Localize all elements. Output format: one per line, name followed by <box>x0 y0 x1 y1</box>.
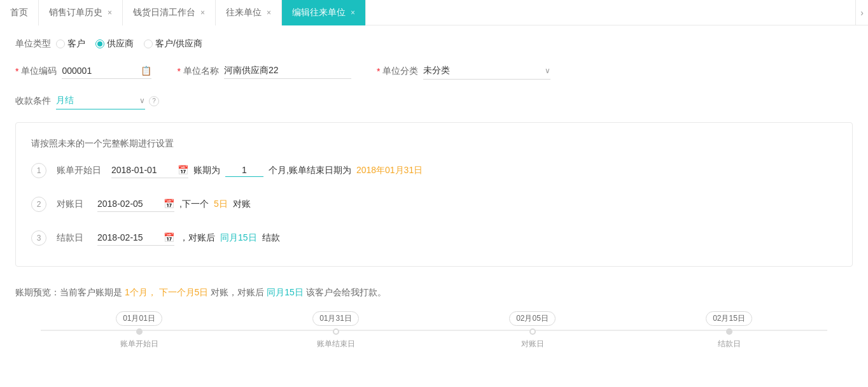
tab-sales-history[interactable]: 销售订单历史 × <box>39 0 123 25</box>
tab-cash-work[interactable]: 钱货日清工作台 × <box>123 0 216 25</box>
name-input[interactable] <box>224 63 351 79</box>
tab-edit-partner-label: 编辑往来单位 <box>292 7 346 18</box>
panel-title: 请按照未来的一个完整帐期进行设置 <box>31 138 837 150</box>
tab-sales-history-label: 销售订单历史 <box>49 7 102 18</box>
radio-customer[interactable]: 客户 <box>56 38 85 50</box>
code-name-category-row: * 单位编码 📋 * 单位名称 * 单位分类 未分类 ∨ <box>15 62 853 80</box>
calendar-icon-1[interactable]: 📅 <box>178 165 188 175</box>
category-arrow-icon: ∨ <box>545 66 550 75</box>
row-2-highlight: 5日 <box>214 199 228 210</box>
row-number-2: 2 <box>31 197 46 212</box>
row-2-suffix: 对账 <box>233 199 251 210</box>
timeline-dot-1 <box>136 328 143 335</box>
tabs-bar: 首页 销售订单历史 × 钱货日清工作台 × 往来单位 × 编辑往来单位 × › <box>0 0 868 25</box>
date-input-2-wrapper: 📅 <box>97 196 174 212</box>
main-content: 单位类型 客户 供应商 客户/供应商 * 单位编码 <box>0 25 868 387</box>
timeline: 01月01日 账单开始日 01月31日 账单结束日 02月05日 <box>41 311 827 349</box>
payment-item: 收款条件 月结 ∨ ? <box>15 92 159 109</box>
preview-section: 账期预览：当前客户账期是 1个月， 下一个月5日 对账，对账后 同月15日 该客… <box>15 277 853 349</box>
radio-customer-circle <box>56 39 65 48</box>
category-value: 未分类 <box>423 65 542 76</box>
period-input[interactable] <box>225 164 263 177</box>
name-required: * <box>177 66 180 76</box>
tab-edit-partner[interactable]: 编辑往来单位 × <box>282 0 366 25</box>
timeline-dot-3 <box>529 328 536 335</box>
setting-row-2: 2 对账日 📅 ,下一个 5日 对账 <box>31 196 837 212</box>
code-item: * 单位编码 📋 <box>15 63 151 79</box>
name-item: * 单位名称 <box>177 63 351 79</box>
radio-both-label: 客户/供应商 <box>155 38 202 50</box>
row-1-suffix-before: 账期为 <box>193 165 220 176</box>
code-label: 单位编码 <box>21 66 57 77</box>
unit-type-item: 单位类型 客户 供应商 客户/供应商 <box>15 38 202 50</box>
timeline-caption-1: 账单开始日 <box>120 339 158 349</box>
timeline-dot-4 <box>726 328 732 335</box>
row-content-3: 📅 ，对账后 同月15日 结款 <box>97 230 280 246</box>
tab-cash-work-close[interactable]: × <box>200 8 205 17</box>
tab-home-label: 首页 <box>10 7 28 18</box>
tab-cash-work-label: 钱货日清工作台 <box>133 7 195 18</box>
date-input-1[interactable] <box>111 162 175 178</box>
row-1-end-date: 2018年01月31日 <box>356 165 423 176</box>
name-label: 单位名称 <box>183 66 219 77</box>
unit-type-label: 单位类型 <box>15 38 51 50</box>
row-3-prefix: ，对账后 <box>179 232 215 244</box>
timeline-caption-3: 对账日 <box>521 339 544 349</box>
timeline-badge-4: 02月15日 <box>706 311 752 326</box>
code-required: * <box>15 66 18 76</box>
category-dropdown[interactable]: 未分类 ∨ <box>423 62 550 80</box>
row-label-3: 结款日 <box>57 232 87 244</box>
radio-both-circle <box>144 39 153 48</box>
timeline-node-2: 01月31日 账单结束日 <box>237 311 434 349</box>
calendar-icon-2[interactable]: 📅 <box>164 199 174 209</box>
date-input-1-wrapper: 📅 <box>111 162 188 178</box>
tab-partner-close[interactable]: × <box>267 8 271 17</box>
tab-edit-partner-close[interactable]: × <box>351 8 355 17</box>
row-2-prefix: ,下一个 <box>179 199 209 210</box>
date-input-3[interactable] <box>97 230 161 245</box>
timeline-caption-2: 账单结束日 <box>317 339 355 349</box>
timeline-caption-4: 结款日 <box>718 339 741 349</box>
row-content-1: 📅 账期为 个月,账单结束日期为 2018年01月31日 <box>111 162 423 178</box>
unit-type-row: 单位类型 客户 供应商 客户/供应商 <box>15 38 853 50</box>
row-number-3: 3 <box>31 230 46 246</box>
tab-partner[interactable]: 往来单位 × <box>216 0 282 25</box>
calendar-icon-3[interactable]: 📅 <box>164 232 174 243</box>
date-input-3-wrapper: 📅 <box>97 230 174 246</box>
timeline-badge-3: 02月05日 <box>509 311 556 326</box>
payment-select[interactable]: 月结 ∨ <box>56 92 145 109</box>
settings-panel: 请按照未来的一个完整帐期进行设置 1 账单开始日 📅 账期为 个月,账单结束日期… <box>15 122 853 267</box>
timeline-node-1: 01月01日 账单开始日 <box>41 311 237 349</box>
radio-customer-label: 客户 <box>67 38 85 50</box>
unit-type-radio-group: 客户 供应商 客户/供应商 <box>56 38 202 50</box>
radio-supplier[interactable]: 供应商 <box>95 38 134 50</box>
row-3-suffix: 结款 <box>262 232 280 244</box>
category-label: 单位分类 <box>382 66 418 77</box>
radio-both[interactable]: 客户/供应商 <box>144 38 202 50</box>
setting-row-3: 3 结款日 📅 ，对账后 同月15日 结款 <box>31 230 837 246</box>
preview-item2: 下一个月5日 <box>159 287 209 297</box>
timeline-wrapper: 01月01日 账单开始日 01月31日 账单结束日 02月05日 <box>15 311 853 349</box>
category-item: * 单位分类 未分类 ∨ <box>377 62 550 80</box>
row-label-1: 账单开始日 <box>57 165 101 176</box>
code-icon[interactable]: 📋 <box>141 66 151 76</box>
date-input-2[interactable] <box>97 196 161 211</box>
code-input-wrapper: 📋 <box>62 63 151 79</box>
payment-help-icon[interactable]: ? <box>149 96 159 106</box>
payment-row: 收款条件 月结 ∨ ? <box>15 92 853 109</box>
radio-supplier-circle <box>95 39 104 48</box>
row-1-suffix-after: 个月,账单结束日期为 <box>269 165 351 176</box>
tabs-expand-button[interactable]: › <box>855 0 868 25</box>
preview-middle: 对账，对账后 <box>211 287 264 297</box>
payment-value: 月结 <box>56 95 137 106</box>
timeline-badge-2: 01月31日 <box>312 311 359 326</box>
tab-sales-history-close[interactable]: × <box>108 8 112 17</box>
timeline-node-3: 02月05日 对账日 <box>434 311 631 349</box>
payment-arrow-icon: ∨ <box>139 96 145 105</box>
tab-home[interactable]: 首页 <box>0 0 39 25</box>
payment-label: 收款条件 <box>15 95 51 107</box>
code-input[interactable] <box>62 63 138 78</box>
row-number-1: 1 <box>31 163 46 178</box>
preview-item1: 1个月， <box>125 287 157 297</box>
row-3-highlight: 同月15日 <box>220 232 257 244</box>
